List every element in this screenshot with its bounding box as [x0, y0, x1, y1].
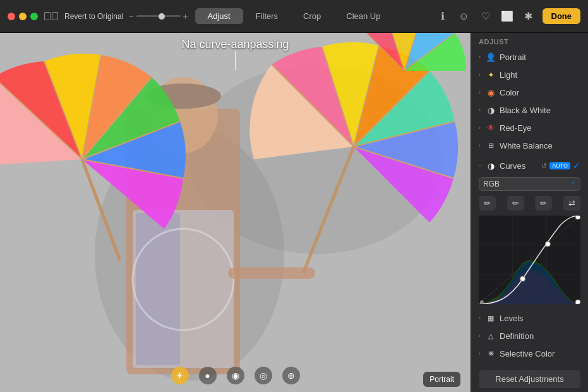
undo-icon[interactable]: ↺	[541, 162, 547, 170]
callout: Na curve-aanpassing	[181, 38, 289, 70]
tool-circle4[interactable]: ⊕	[282, 367, 300, 384]
eyedropper-row: ✏ ✏ ✏ ⇄	[471, 193, 588, 213]
close-button[interactable]	[8, 13, 15, 20]
tool-sun[interactable]: ☀	[171, 367, 189, 384]
zoom-plus-icon: +	[183, 11, 188, 21]
titlebar: Revert to Original − + Adjust Filters Cr…	[0, 0, 588, 33]
portrait-button[interactable]: Portrait	[423, 372, 460, 387]
info-button[interactable]: ℹ	[435, 9, 450, 24]
curves-actions: ↺ AUTO ✓	[541, 161, 580, 171]
swap-btn[interactable]: ⇄	[563, 196, 580, 211]
right-panel: ADJUST › 👤 Portrait › ✦ Light › ◉ Color …	[471, 33, 588, 392]
auto-badge[interactable]: AUTO	[549, 162, 570, 169]
panel-header: ADJUST	[471, 33, 588, 48]
chevron-right-icon: ›	[479, 315, 481, 321]
chevron-right-icon: ›	[479, 350, 481, 357]
main-area: Na curve-aanpassing ☀ ● ◉ ◎ ⊕ Portrait A…	[0, 33, 588, 392]
light-icon: ✦	[486, 70, 496, 80]
adjust-item-portrait[interactable]: › 👤 Portrait	[471, 48, 588, 66]
adjust-item-levels[interactable]: › ▦ Levels	[471, 309, 588, 327]
heart-button[interactable]: ♡	[478, 9, 493, 24]
levels-label: Levels	[500, 314, 580, 323]
rgb-select-row: RGB Red Green Blue ⌃	[471, 175, 588, 193]
curves-graph[interactable]	[479, 216, 580, 304]
wb-icon: ⊞	[486, 140, 496, 150]
curves-label: Curves	[500, 161, 537, 171]
definition-label: Definition	[500, 331, 580, 341]
tool-circle1[interactable]: ●	[199, 367, 217, 384]
chevron-right-icon: ›	[479, 54, 481, 60]
fullscreen-button[interactable]	[30, 13, 38, 20]
chevron-right-icon: ›	[479, 125, 481, 131]
bw-icon: ◑	[486, 105, 496, 115]
curves-check-icon[interactable]: ✓	[573, 161, 580, 171]
portrait-label: Portrait	[500, 52, 580, 62]
curves-icon: ◑	[486, 161, 496, 171]
rgb-select[interactable]: RGB Red Green Blue	[479, 177, 580, 191]
revert-button[interactable]: Revert to Original	[64, 12, 123, 21]
wb-label: White Balance	[500, 141, 580, 150]
adjust-item-light[interactable]: › ✦ Light	[471, 66, 588, 83]
adjust-item-color[interactable]: › ◉ Color	[471, 83, 588, 101]
adjust-item-selective[interactable]: › ❋ Selective Color	[471, 345, 588, 362]
color-icon: ◉	[486, 87, 496, 97]
definition-icon: △	[486, 331, 496, 341]
window-layout-icon[interactable]	[44, 12, 58, 20]
slider-thumb	[159, 13, 165, 20]
chevron-right-icon: ›	[479, 142, 481, 149]
portrait-icon: 👤	[486, 52, 496, 62]
eyedropper-mid-btn[interactable]: ✏	[507, 196, 524, 211]
svg-point-37	[575, 300, 580, 304]
titlebar-right: ℹ ☺ ♡ ⬜ ✱ Done	[435, 8, 581, 24]
tab-adjust[interactable]: Adjust	[195, 8, 243, 24]
tools-button[interactable]: ✱	[521, 9, 536, 24]
tab-filters[interactable]: Filters	[243, 8, 291, 24]
adjust-item-definition[interactable]: › △ Definition	[471, 327, 588, 345]
slider-track	[136, 15, 181, 17]
zoom-minus-icon: −	[128, 11, 133, 21]
svg-point-34	[545, 242, 550, 247]
tool-circle2[interactable]: ◉	[227, 367, 244, 384]
traffic-lights	[8, 13, 38, 20]
svg-point-33	[520, 276, 525, 281]
done-button[interactable]: Done	[543, 8, 581, 24]
share-button[interactable]: ⬜	[500, 9, 515, 24]
curves-header[interactable]: › ◑ Curves ↺ AUTO ✓	[471, 157, 588, 175]
curves-section: › ◑ Curves ↺ AUTO ✓ RGB Red Green Blue	[471, 157, 588, 307]
levels-icon: ▦	[486, 313, 496, 323]
image-area: Na curve-aanpassing ☀ ● ◉ ◎ ⊕ Portrait	[0, 33, 471, 392]
light-label: Light	[500, 70, 580, 80]
chevron-right-icon: ›	[479, 107, 481, 113]
selective-label: Selective Color	[500, 349, 580, 358]
redeye-label: Red-Eye	[500, 123, 580, 133]
rgb-select-wrapper: RGB Red Green Blue ⌃	[479, 177, 580, 191]
tab-cleanup[interactable]: Clean Up	[333, 8, 393, 24]
chevron-right-icon: ›	[479, 333, 481, 339]
adjust-item-wb[interactable]: › ⊞ White Balance	[471, 137, 588, 154]
minimize-button[interactable]	[19, 13, 27, 20]
photo-canvas	[0, 33, 471, 392]
chevron-right-icon: ›	[479, 71, 481, 78]
selective-icon: ❋	[486, 348, 496, 358]
eyedropper-white-btn[interactable]: ✏	[535, 196, 552, 211]
nav-tabs: Adjust Filters Crop Clean Up	[195, 8, 393, 24]
tab-crop[interactable]: Crop	[291, 8, 333, 24]
zoom-slider[interactable]: − +	[128, 11, 188, 21]
tool-circle3[interactable]: ◎	[255, 367, 272, 384]
svg-point-36	[480, 300, 484, 304]
emoji-button[interactable]: ☺	[457, 9, 472, 24]
eyedropper-black-btn[interactable]: ✏	[479, 196, 496, 211]
svg-point-35	[575, 216, 580, 219]
callout-line	[235, 51, 236, 70]
adjust-item-bw[interactable]: › ◑ Black & White	[471, 101, 588, 119]
bottom-toolbar: ☀ ● ◉ ◎ ⊕	[0, 367, 471, 384]
chevron-right-icon: ›	[479, 89, 481, 95]
callout-text: Na curve-aanpassing	[181, 38, 289, 51]
reset-adjustments-button[interactable]: Reset Adjustments	[479, 370, 580, 388]
curves-chevron-icon: ›	[477, 165, 483, 167]
adjust-item-redeye[interactable]: › 👁 Red-Eye	[471, 119, 588, 137]
redeye-icon: 👁	[486, 123, 496, 133]
color-label: Color	[500, 88, 580, 97]
bw-label: Black & White	[500, 106, 580, 115]
